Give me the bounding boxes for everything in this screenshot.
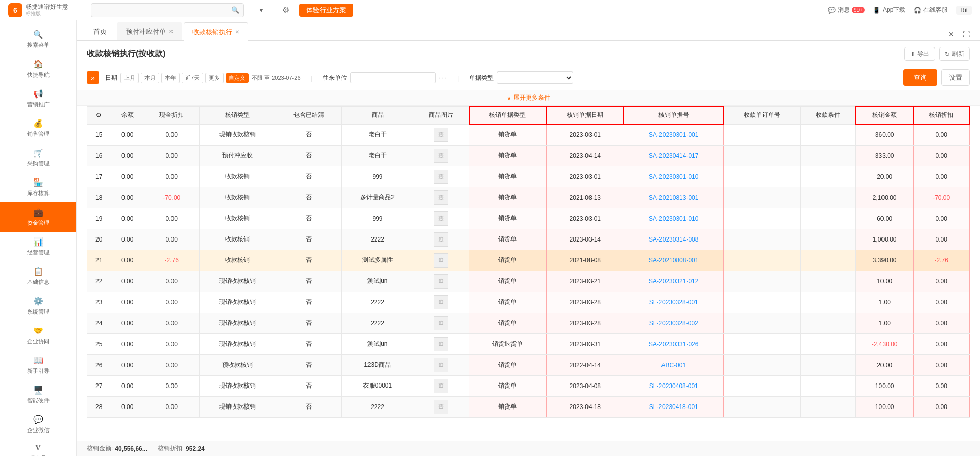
filter-date-this-month[interactable]: 本月	[141, 73, 159, 83]
cell-verify_bill_no[interactable]: SA-20230301-001	[624, 124, 723, 145]
sidebar-item-purchase[interactable]: 🛒 采购管理	[0, 143, 76, 173]
tab-collection-label: 收款核销执行	[192, 28, 232, 37]
sidebar-item-marketing[interactable]: 📢 营销推广	[0, 84, 76, 113]
message-btn[interactable]: 💬 消息 99+	[828, 6, 865, 14]
tab-close-all-btn[interactable]: ✕	[946, 28, 957, 40]
filter-date-more[interactable]: 更多	[205, 73, 224, 83]
cell-verify_bill_no[interactable]: SA-20230321-012	[624, 271, 723, 292]
bill-no-link[interactable]: SL-20230328-002	[649, 320, 698, 327]
bill-no-link[interactable]: SA-20230314-008	[649, 236, 698, 243]
query-btn[interactable]: 查询	[903, 69, 937, 86]
online-service-btn[interactable]: 🎧 在线客服	[914, 6, 948, 14]
cell-verify_bill_no[interactable]: SL-20230328-002	[624, 313, 723, 333]
sidebar-item-collab[interactable]: 🤝 企业协同	[0, 321, 76, 350]
cell-verify_bill_no[interactable]: SA-20210808-001	[624, 250, 723, 271]
table-row[interactable]: 240.000.00现销收款核销否2222🖼销货单2023-03-28SL-20…	[87, 313, 970, 333]
expand-more-conditions-btn[interactable]: ∨ 展开更多条件	[507, 93, 550, 102]
cell-verify_amount: 10.00	[856, 271, 914, 292]
cell-row_num: 25	[87, 333, 111, 354]
user-info[interactable]: Rit	[956, 6, 972, 15]
sidebar-item-basics[interactable]: 📋 基础信息	[0, 261, 76, 291]
app-download-btn[interactable]: 📱 App下载	[873, 6, 905, 14]
cell-verify_bill_no[interactable]: SA-20210813-001	[624, 187, 723, 208]
search-input[interactable]	[95, 7, 231, 14]
search-box[interactable]: 🔍	[91, 3, 244, 17]
bill-no-link[interactable]: SA-20230321-012	[649, 278, 698, 285]
sidebar-item-search[interactable]: 🔍 搜索菜单	[0, 25, 76, 54]
table-row[interactable]: 210.00-2.76收款核销否测试多属性🖼销货单2021-08-08SA-20…	[87, 250, 970, 271]
tab-home[interactable]: 首页	[85, 22, 115, 40]
bill-no-link[interactable]: SL-20230328-001	[649, 299, 698, 306]
bill-no-link[interactable]: SA-20230414-017	[649, 152, 698, 159]
cell-included_settled: 否	[276, 292, 341, 313]
sidebar-item-inventory[interactable]: 🏪 库存核算	[0, 173, 76, 202]
table-row[interactable]: 160.000.00预付冲应收否老白干🖼销货单2023-04-14SA-2023…	[87, 145, 970, 166]
filter-date-this-year[interactable]: 本年	[161, 73, 180, 83]
table-row[interactable]: 190.000.00收款核销否999🖼销货单2023-03-01SA-20230…	[87, 208, 970, 229]
table-row[interactable]: 220.000.00现销收款核销否测试jun🖼销货单2023-03-21SA-2…	[87, 271, 970, 292]
bill-no-link[interactable]: SA-20230301-001	[649, 131, 698, 138]
table-row[interactable]: 260.000.00预收款核销否123D商品🖼销货单2022-04-14ABC-…	[87, 354, 970, 375]
settings-gear-btn[interactable]: ⚙	[279, 3, 293, 17]
cell-verify_discount: 0.00	[913, 208, 969, 229]
bill-no-link[interactable]: SA-20210808-001	[649, 257, 698, 264]
filter-date-item: 日期 上月 本月 本年 近7天 更多 自定义 不限 至 2023-07-26	[105, 73, 301, 83]
export-btn[interactable]: ⬆ 导出	[904, 47, 935, 61]
sidebar-item-hardware[interactable]: 🖥️ 智能硬件	[0, 380, 76, 410]
tab-collection-close-icon[interactable]: ✕	[235, 29, 239, 35]
search-dropdown-btn[interactable]: ▼	[250, 0, 273, 20]
bill-no-link[interactable]: SA-20230301-010	[649, 215, 698, 222]
total-verify-amount-label: 核销金额:	[87, 444, 113, 453]
sidebar-item-quicknav[interactable]: 🏠 快捷导航	[0, 54, 76, 84]
basics-icon: 📋	[33, 267, 43, 276]
tab-expand-btn[interactable]: ⛶	[961, 28, 972, 40]
bill-no-link[interactable]: SA-20210813-001	[649, 194, 698, 201]
cell-balance: 0.00	[111, 187, 144, 208]
bill-no-link[interactable]: SA-20230301-010	[649, 173, 698, 180]
tab-prepay[interactable]: 预付冲应付单 ✕	[117, 22, 182, 40]
table-row[interactable]: 230.000.00现销收款核销否2222🖼销货单2023-03-28SL-20…	[87, 292, 970, 313]
cell-verify_bill_no[interactable]: SA-20230301-010	[624, 208, 723, 229]
cell-verify_bill_no[interactable]: SL-20230418-001	[624, 396, 723, 417]
refresh-btn[interactable]: ↻ 刷新	[939, 47, 970, 61]
filter-date-last-month[interactable]: 上月	[120, 73, 139, 83]
table-row[interactable]: 170.000.00收款核销否999🖼销货单2023-03-01SA-20230…	[87, 166, 970, 187]
bill-no-link[interactable]: SL-20230418-001	[649, 403, 698, 411]
cell-verify_bill_no[interactable]: SL-20230408-001	[624, 375, 723, 396]
cell-collection_order_no	[723, 145, 800, 166]
cell-verify_bill_no[interactable]: SA-20230414-017	[624, 145, 723, 166]
table-row[interactable]: 270.000.00现销收款核销否衣服00001🖼销货单2023-04-08SL…	[87, 375, 970, 396]
cell-verify_bill_no[interactable]: SA-20230301-010	[624, 166, 723, 187]
cell-verify_bill_no[interactable]: SL-20230328-001	[624, 292, 723, 313]
table-row[interactable]: 180.00-70.00收款核销否多计量商品2🖼销货单2021-08-13SA-…	[87, 187, 970, 208]
cell-verify_bill_no[interactable]: SA-20230331-026	[624, 333, 723, 354]
filter-partner-input[interactable]	[350, 72, 436, 83]
trial-industry-btn[interactable]: 体验行业方案	[299, 4, 353, 17]
bill-no-link[interactable]: SA-20230331-026	[649, 341, 698, 348]
table-container[interactable]: ⚙ 余额 现金折扣 核销类型 包含已结清 商品 商品图片 核销单据类型 核销单据…	[77, 106, 980, 441]
sidebar-item-wechat[interactable]: 💬 企业微信	[0, 410, 76, 439]
table-row[interactable]: 150.000.00现销收款核销否老白干🖼销货单2023-03-01SA-202…	[87, 124, 970, 145]
sidebar-item-member[interactable]: V 畅会员	[0, 439, 76, 456]
tab-collection[interactable]: 收款核销执行 ✕	[184, 22, 248, 41]
table-row[interactable]: 250.000.00现销收款核销否测试jun🖼销货退货单2023-03-31SA…	[87, 333, 970, 354]
filter-expand-btn[interactable]: »	[87, 71, 99, 84]
sidebar-item-guide[interactable]: 📖 新手引导	[0, 350, 76, 380]
tab-prepay-close-icon[interactable]: ✕	[169, 29, 173, 34]
cell-verify_type: 现销收款核销	[199, 375, 276, 396]
sidebar-item-operations[interactable]: 📊 经营管理	[0, 232, 76, 261]
table-row[interactable]: 200.000.00收款核销否2222🖼销货单2023-03-14SA-2023…	[87, 229, 970, 250]
filter-date-custom-btn[interactable]: 自定义	[226, 73, 249, 83]
table-row[interactable]: 280.000.00现销收款核销否2222🖼销货单2023-04-18SL-20…	[87, 396, 970, 417]
col-settings-header[interactable]: ⚙	[87, 106, 111, 124]
cell-verify_bill_no[interactable]: SA-20230314-008	[624, 229, 723, 250]
filter-order-type-select[interactable]	[497, 71, 573, 84]
sidebar-item-system[interactable]: ⚙️ 系统管理	[0, 291, 76, 321]
sidebar-item-capital[interactable]: 💼 资金管理	[0, 202, 76, 232]
filter-settings-btn[interactable]: 设置	[941, 69, 970, 86]
bill-no-link[interactable]: ABC-001	[661, 362, 686, 369]
filter-date-7days[interactable]: 近7天	[182, 73, 203, 83]
cell-verify_bill_no[interactable]: ABC-001	[624, 354, 723, 375]
bill-no-link[interactable]: SL-20230408-001	[649, 382, 698, 390]
sidebar-item-sales[interactable]: 💰 销售管理	[0, 113, 76, 143]
